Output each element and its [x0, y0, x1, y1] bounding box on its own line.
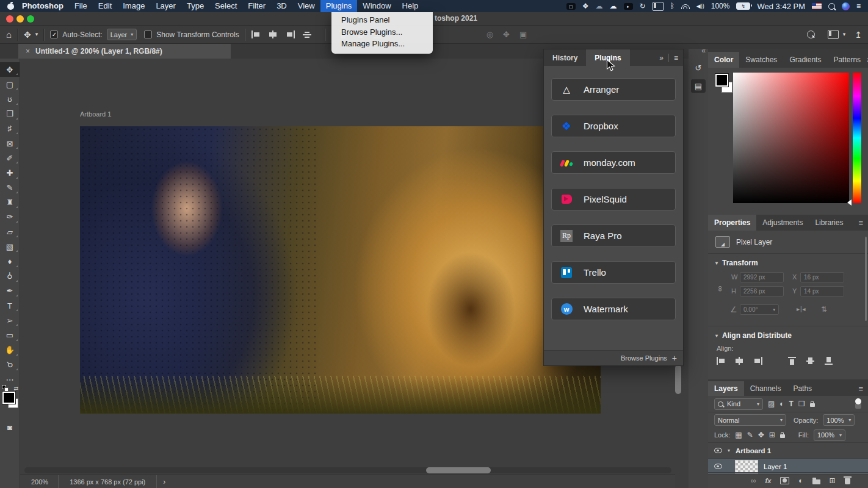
plugin-item-arranger[interactable]: △ Arranger	[551, 78, 676, 101]
gradient-tool[interactable]: ▧	[0, 239, 20, 254]
close-window-button[interactable]	[6, 15, 13, 23]
share-icon[interactable]: ↥	[855, 30, 862, 39]
menu-edit[interactable]: Edit	[93, 0, 117, 12]
menu-file[interactable]: File	[69, 0, 93, 12]
lock-artboard-icon[interactable]: ⊞	[769, 431, 775, 439]
chevron-down-icon[interactable]: ▾	[843, 32, 846, 37]
minimize-window-button[interactable]	[16, 15, 24, 23]
menu-plugins[interactable]: Plugins	[320, 0, 358, 12]
cloud-grey-icon[interactable]: ☁	[596, 2, 603, 10]
plugin-item-trello[interactable]: Trello	[551, 261, 676, 284]
filter-shape-layers-icon[interactable]: ❒	[798, 400, 805, 408]
clone-stamp-tool[interactable]: ♜	[0, 195, 20, 210]
wifi-icon[interactable]	[681, 4, 690, 9]
width-field[interactable]: 2992 px	[740, 272, 784, 282]
crop-tool[interactable]: ♯	[0, 121, 20, 136]
menu-photoshop[interactable]: Photoshop	[16, 0, 69, 12]
menu-help[interactable]: Help	[397, 0, 424, 12]
link-dimensions-icon[interactable]: ∞	[716, 286, 725, 292]
blend-mode-select[interactable]: Normal ▾	[714, 414, 786, 426]
menu-layer[interactable]: Layer	[150, 0, 181, 12]
lock-all-icon[interactable]	[780, 434, 785, 438]
align-vertical-centers-icon[interactable]	[806, 357, 816, 365]
filter-type-layers-icon[interactable]: T	[789, 400, 794, 408]
visibility-eye-icon[interactable]	[714, 464, 722, 469]
status-chevron-icon[interactable]: ›	[157, 478, 172, 486]
menu-3d[interactable]: 3D	[271, 0, 292, 12]
adjustment-layer-icon[interactable]: ◐	[798, 476, 803, 485]
tab-swatches[interactable]: Swatches	[739, 52, 783, 68]
vertical-scrollbar-thumb[interactable]	[675, 365, 681, 394]
tab-paths[interactable]: Paths	[787, 381, 818, 396]
menu-bar-clock[interactable]: Wed 3:42 PM	[757, 2, 805, 11]
eyedropper-tool[interactable]: ✐	[0, 151, 20, 165]
link-layers-icon[interactable]: ∞	[751, 476, 756, 485]
plugin-item-watermark[interactable]: w Watermark	[551, 298, 676, 320]
marquee-tool[interactable]: ▢	[0, 77, 20, 92]
auto-select-checkbox[interactable]: ✓	[50, 30, 58, 38]
auto-select-target-select[interactable]: Layer ▾	[107, 29, 137, 40]
layer-thumbnail[interactable]	[735, 460, 758, 473]
align-left-icon[interactable]	[251, 30, 261, 38]
cloud-icon[interactable]: ☁	[610, 2, 617, 10]
zoom-tool[interactable]: ⚲	[0, 357, 20, 372]
menu-item-plugins-panel[interactable]: Plugins Panel	[331, 14, 433, 26]
x-field[interactable]: 16 px	[800, 272, 844, 282]
home-icon[interactable]: ⌂	[6, 30, 12, 39]
chevron-down-icon[interactable]: ▾	[728, 448, 730, 453]
align-horizontal-centers-icon[interactable]	[269, 30, 278, 38]
hand-tool[interactable]: ✋	[0, 343, 20, 357]
tab-gradients[interactable]: Gradients	[783, 52, 827, 68]
pen-tool[interactable]: ✒	[0, 284, 20, 298]
chevron-down-icon[interactable]: ▾	[773, 307, 775, 312]
align-left-icon[interactable]	[717, 357, 726, 365]
pan-3d-icon[interactable]: ✥	[503, 30, 510, 38]
filter-pixel-layers-icon[interactable]: ▨	[768, 400, 775, 408]
panel-scrollbar[interactable]	[865, 237, 867, 321]
tab-layers[interactable]: Layers	[708, 381, 744, 396]
menu-view[interactable]: View	[292, 0, 320, 12]
align-bottom-icon[interactable]	[825, 357, 834, 365]
blur-tool[interactable]: ♦	[0, 254, 20, 268]
align-horizontal-centers-icon[interactable]	[735, 357, 744, 365]
artboard-image[interactable]	[80, 126, 601, 414]
align-right-icon[interactable]	[753, 357, 762, 365]
align-section-header[interactable]: ▾ Align and Distribute	[708, 326, 868, 343]
tab-libraries[interactable]: Libraries	[809, 215, 849, 231]
horizontal-scrollbar-track[interactable]	[24, 467, 671, 473]
tab-patterns[interactable]: Patterns	[827, 52, 867, 68]
tab-adjustments[interactable]: Adjustments	[756, 215, 809, 231]
document-tab[interactable]: × Untitled-1 @ 200% (Layer 1, RGB/8#)	[18, 44, 231, 59]
zoom-app-icon[interactable]: ▢	[566, 3, 576, 10]
height-field[interactable]: 2256 px	[740, 286, 784, 296]
frame-tool[interactable]: ⊠	[0, 136, 20, 151]
collapse-dock-icon[interactable]: «	[701, 46, 706, 55]
saturation-brightness-field[interactable]	[733, 73, 849, 203]
menu-image[interactable]: Image	[117, 0, 150, 12]
panel-menu-icon[interactable]: ≡	[674, 54, 678, 62]
default-colors-icon[interactable]	[2, 385, 6, 389]
y-field[interactable]: 14 px	[800, 286, 844, 296]
delete-layer-icon[interactable]	[845, 478, 850, 484]
airplay-icon[interactable]	[653, 2, 664, 11]
tab-color[interactable]: Color	[708, 52, 739, 68]
menu-item-browse-plugins[interactable]: Browse Plugins...	[331, 26, 433, 38]
dolly-3d-icon[interactable]: ▣	[519, 30, 527, 38]
menu-item-manage-plugins[interactable]: Manage Plugins...	[331, 38, 433, 50]
tab-history[interactable]: History	[544, 49, 586, 66]
browse-plugins-button[interactable]: Browse Plugins +	[544, 350, 683, 365]
dodge-tool[interactable]: ⚲	[0, 269, 20, 284]
swap-colors-icon[interactable]: ⇄	[13, 386, 18, 392]
layer-filter-toggle[interactable]	[855, 398, 862, 409]
brush-tool[interactable]: ✎	[0, 181, 20, 195]
workspace-switcher-icon[interactable]	[828, 30, 839, 39]
show-transform-checkbox[interactable]	[144, 30, 152, 38]
panel-menu-icon[interactable]: ≡	[858, 381, 868, 396]
eraser-tool[interactable]: ▱	[0, 224, 20, 239]
foreground-color-swatch[interactable]	[2, 392, 15, 404]
zoom-window-button[interactable]	[27, 15, 34, 23]
lock-pixels-icon[interactable]: ✎	[747, 431, 753, 439]
flip-vertical-icon[interactable]: ⇅	[821, 305, 828, 314]
panel-menu-icon[interactable]: ≡	[858, 215, 868, 231]
quick-mask-button[interactable]: ◙	[0, 420, 20, 434]
